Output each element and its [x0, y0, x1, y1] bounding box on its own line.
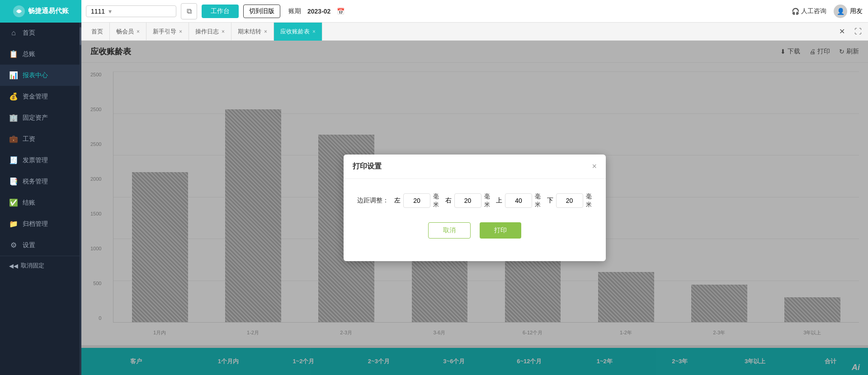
left-margin-input[interactable]: [403, 193, 430, 208]
tab-close-oplog[interactable]: ×: [222, 28, 225, 35]
sidebar-item-label: 发票管理: [23, 156, 48, 164]
dialog-header: 打印设置 ×: [344, 155, 606, 179]
left-unit: 毫米: [433, 192, 440, 209]
sidebar-item-label: 设置: [23, 241, 35, 249]
tab-guide[interactable]: 新手引导 ×: [146, 23, 189, 41]
pin-icon: ◀◀: [9, 262, 18, 269]
user-button[interactable]: 👤 用友: [834, 5, 863, 18]
cancel-button[interactable]: 取消: [428, 222, 471, 239]
margin-left-group: 左 毫米: [394, 192, 440, 209]
tab-close-aging[interactable]: ×: [312, 28, 316, 35]
bottom-label: 下: [547, 197, 553, 205]
maximize-tab-button[interactable]: ⛶: [852, 25, 864, 38]
chevron-down-icon: ▾: [108, 8, 112, 15]
sidebar-item-label: 固定资产: [23, 114, 48, 122]
dialog-close-button[interactable]: ×: [592, 162, 597, 171]
workbench-button[interactable]: 工作台: [202, 5, 239, 18]
sidebar-item-label: 总账: [23, 50, 35, 58]
sidebar-item-settings[interactable]: ⚙ 设置: [0, 234, 81, 256]
tabs-bar: 首页 畅会员 × 新手引导 × 操作日志 × 期末结转 × 应收账龄表 ×: [81, 23, 868, 41]
right-label: 右: [445, 197, 452, 205]
sidebar-item-label: 税务管理: [23, 178, 48, 186]
tab-close-period[interactable]: ×: [264, 28, 267, 35]
sidebar-item-funds[interactable]: 💰 资金管理: [0, 86, 81, 107]
home-icon: ⌂: [9, 29, 18, 37]
main-content: 首页 畅会员 × 新手引导 × 操作日志 × 期末结转 × 应收账龄表 ×: [81, 23, 868, 375]
sidebar: ⌂ 首页 📋 总账 📊 报表中心 💰 资金管理 🏢 固定资产 💼 工资 🧾 发票…: [0, 23, 81, 375]
archive-icon: 📁: [9, 220, 18, 228]
top-unit: 毫米: [535, 192, 542, 209]
tab-label: 新手引导: [153, 28, 176, 36]
sidebar-item-invoice[interactable]: 🧾 发票管理: [0, 150, 81, 171]
sidebar-collapse-button[interactable]: ◀◀ 取消固定: [0, 256, 81, 275]
left-label: 左: [394, 197, 401, 205]
top-header: 畅捷通易代账 1111 ▾ ⧉ 工作台 切到旧版 账期 2023-02 📅 🎧 …: [0, 0, 868, 23]
dialog-footer: 取消 打印: [357, 222, 592, 239]
tab-aging[interactable]: 应收账龄表 ×: [274, 23, 322, 41]
margin-label: 边距调整：: [357, 197, 389, 205]
tab-close-guide[interactable]: ×: [179, 28, 182, 35]
sidebar-item-payroll[interactable]: 💼 工资: [0, 128, 81, 150]
tab-close-member[interactable]: ×: [137, 28, 140, 35]
close-tab-button[interactable]: ✕: [835, 25, 848, 38]
sidebar-item-ledger[interactable]: 📋 总账: [0, 43, 81, 65]
tab-oplog[interactable]: 操作日志 ×: [189, 23, 231, 41]
sidebar-item-archive[interactable]: 📁 归档管理: [0, 213, 81, 234]
tab-label: 首页: [91, 28, 103, 36]
period-value: 2023-02: [307, 8, 330, 15]
sidebar-item-assets[interactable]: 🏢 固定资产: [0, 107, 81, 128]
tab-period-close[interactable]: 期末结转 ×: [231, 23, 274, 41]
tab-label: 操作日志: [195, 28, 219, 36]
top-label: 上: [496, 197, 502, 205]
tab-home[interactable]: 首页: [85, 23, 110, 41]
copy-icon-btn[interactable]: ⧉: [181, 3, 197, 19]
avatar-icon: 👤: [837, 8, 844, 15]
sidebar-item-label: 报表中心: [23, 71, 48, 80]
tabs-actions: ✕ ⛶: [835, 25, 864, 38]
sidebar-item-reports[interactable]: 📊 报表中心: [0, 65, 81, 86]
sidebar-item-label: 首页: [23, 29, 35, 37]
bottom-margin-input[interactable]: [556, 193, 583, 208]
ledger-icon: 📋: [9, 50, 18, 58]
right-unit: 毫米: [484, 192, 491, 209]
funds-icon: 💰: [9, 92, 18, 101]
company-selector[interactable]: 1111 ▾: [86, 5, 176, 17]
margin-top-group: 上 毫米: [496, 192, 542, 209]
user-label: 用友: [850, 7, 863, 15]
sidebar-collapse-label: 取消固定: [21, 262, 44, 270]
reports-icon: 📊: [9, 71, 18, 80]
sidebar-item-home[interactable]: ⌂ 首页: [0, 23, 81, 43]
invoice-icon: 🧾: [9, 156, 18, 164]
print-settings-dialog: 打印设置 × 边距调整： 左 毫米 右: [344, 155, 606, 261]
logo-text: 畅捷通易代账: [28, 7, 69, 15]
tax-icon: 📑: [9, 177, 18, 186]
confirm-print-button[interactable]: 打印: [480, 222, 521, 239]
sidebar-item-label: 结账: [23, 199, 35, 207]
sidebar-item-closing[interactable]: ✅ 结账: [0, 192, 81, 213]
bottom-unit: 毫米: [586, 192, 593, 209]
page-area: 应收账龄表 ⬇ 下载 🖨 打印 ↻ 刷新: [81, 41, 868, 375]
copy-icon: ⧉: [187, 7, 192, 15]
top-margin-input[interactable]: [505, 193, 532, 208]
header-right: 🎧 人工咨询 👤 用友: [792, 5, 863, 18]
tab-label: 畅会员: [116, 28, 134, 36]
headset-icon: 🎧: [792, 8, 799, 15]
layout: ⌂ 首页 📋 总账 📊 报表中心 💰 资金管理 🏢 固定资产 💼 工资 🧾 发票…: [0, 23, 868, 375]
logo-icon: [13, 5, 25, 18]
right-margin-input[interactable]: [454, 193, 481, 208]
margin-right-group: 右 毫米: [445, 192, 491, 209]
support-button[interactable]: 🎧 人工咨询: [792, 7, 826, 15]
sidebar-item-tax[interactable]: 📑 税务管理: [0, 171, 81, 192]
period-label: 账期: [288, 7, 301, 15]
company-name: 1111: [91, 8, 105, 15]
dialog-overlay: 打印设置 × 边距调整： 左 毫米 右: [81, 41, 868, 375]
tab-label: 期末结转: [238, 28, 261, 36]
tab-label: 应收账龄表: [280, 28, 310, 36]
switch-version-button[interactable]: 切到旧版: [243, 5, 280, 18]
calendar-icon[interactable]: 📅: [337, 8, 344, 15]
margin-bottom-group: 下 毫米: [547, 192, 593, 209]
logo: 畅捷通易代账: [0, 0, 81, 23]
sidebar-item-label: 工资: [23, 135, 35, 143]
dialog-title: 打印设置: [353, 162, 382, 171]
tab-member[interactable]: 畅会员 ×: [110, 23, 146, 41]
